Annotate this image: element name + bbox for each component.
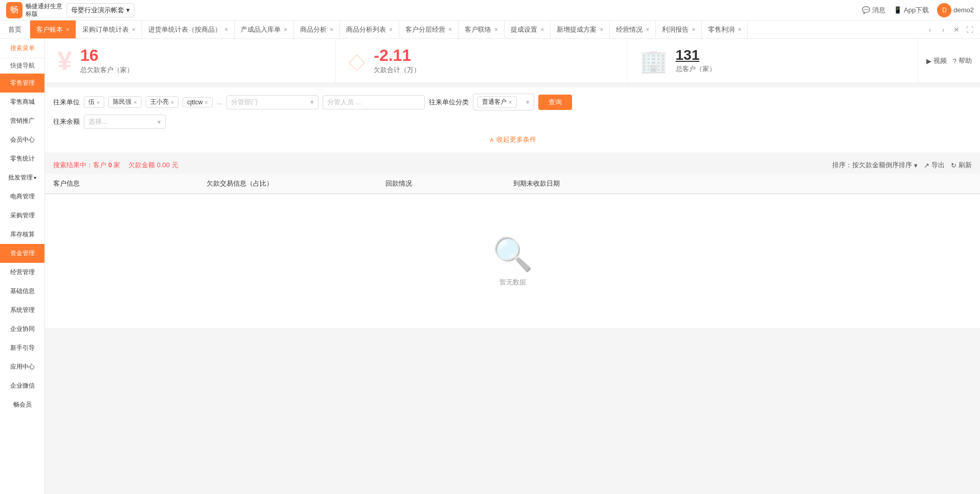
tab-business-situation[interactable]: 经营情况 × bbox=[610, 20, 656, 39]
category-filter-select[interactable]: 普通客户 × ▾ bbox=[473, 94, 534, 110]
close-icon[interactable]: × bbox=[448, 26, 452, 33]
filter-more-tags[interactable]: ... bbox=[217, 98, 222, 106]
tab-fullscreen[interactable]: ⛶ bbox=[964, 24, 976, 36]
tab-label: 客户分层经营 bbox=[405, 25, 445, 34]
app-download-button[interactable]: 📱 App下载 bbox=[894, 6, 929, 15]
tab-label: 提成设置 bbox=[511, 25, 537, 34]
close-icon[interactable]: × bbox=[738, 26, 741, 33]
close-icon[interactable]: × bbox=[540, 26, 544, 33]
workspace-selector[interactable]: 母婴行业演示帐套 ▾ bbox=[66, 3, 134, 17]
close-icon[interactable]: × bbox=[284, 26, 287, 33]
sidebar-item-purchase-mgmt[interactable]: 采购管理 bbox=[0, 206, 44, 225]
close-icon[interactable]: × bbox=[692, 26, 695, 33]
tab-purchase-stats-by-product[interactable]: 进货单统计表（按商品） × bbox=[142, 20, 235, 39]
remove-tag-wangxiaoliang[interactable]: × bbox=[171, 99, 174, 105]
tab-profit-report[interactable]: 利润报告 × bbox=[656, 20, 702, 39]
sidebar-item-finance-mgmt[interactable]: 资金管理 bbox=[0, 244, 44, 263]
remove-tag-cjttcw[interactable]: × bbox=[204, 99, 208, 105]
sidebar-item-operations-mgmt[interactable]: 经营管理 bbox=[0, 263, 44, 282]
close-icon[interactable]: × bbox=[66, 26, 70, 33]
filter-tag-wu: 伍 × bbox=[84, 96, 104, 108]
sidebar-item-retail-stats[interactable]: 零售统计 bbox=[0, 149, 44, 168]
tab-label: 客户联络 bbox=[465, 25, 491, 34]
remove-tag-chenminqiang[interactable]: × bbox=[133, 99, 136, 105]
refresh-button[interactable]: ↻ 刷新 bbox=[951, 161, 972, 170]
tab-home[interactable]: 首页 bbox=[0, 20, 30, 39]
balance-filter-select[interactable]: 选择... ▾ bbox=[84, 115, 166, 129]
dept-filter-select[interactable]: 分管部门 ▾ bbox=[226, 95, 318, 109]
home-tab-label: 首页 bbox=[8, 25, 21, 34]
avatar: D bbox=[937, 3, 951, 17]
close-icon[interactable]: × bbox=[132, 26, 135, 33]
sidebar-item-chang-member[interactable]: 畅会员 bbox=[0, 395, 44, 414]
person-filter-select[interactable]: 分管人员 … bbox=[323, 95, 425, 109]
tab-close-all[interactable]: ✕ bbox=[950, 24, 963, 36]
tab-commission-settings[interactable]: 提成设置 × bbox=[505, 20, 551, 39]
close-icon[interactable]: × bbox=[600, 26, 603, 33]
sidebar-item-system-mgmt[interactable]: 系统管理 bbox=[0, 301, 44, 320]
sort-selector[interactable]: 排序：按欠款金额倒序排序 ▾ bbox=[832, 161, 918, 170]
sidebar-item-retail-mall[interactable]: 零售商城 bbox=[0, 93, 44, 111]
sidebar-item-enterprise-wechat[interactable]: 企业微信 bbox=[0, 376, 44, 395]
stat-label-total-customers: 总客户（家） bbox=[676, 64, 716, 74]
tab-product-analysis[interactable]: 商品分析 × bbox=[294, 20, 340, 39]
close-icon[interactable]: × bbox=[224, 26, 228, 33]
filter-collapse-button[interactable]: ∧ 收起更多条件 bbox=[53, 133, 972, 146]
chevron-down-icon: ▾ bbox=[34, 175, 36, 181]
tab-label: 进货单统计表（按商品） bbox=[148, 25, 221, 34]
sidebar-item-wholesale-mgmt[interactable]: 批发管理 ▾ bbox=[0, 168, 44, 187]
tab-customer-ledger[interactable]: 客户账本 × bbox=[30, 20, 76, 39]
sidebar-item-app-center[interactable]: 应用中心 bbox=[0, 357, 44, 376]
tab-scroll-right[interactable]: › bbox=[937, 24, 949, 36]
empty-text: 暂无数据 bbox=[499, 278, 526, 287]
tab-label: 产成品入库单 bbox=[241, 25, 281, 34]
video-help-button[interactable]: ▶ 视频 bbox=[926, 56, 947, 65]
sidebar-item-inventory[interactable]: 库存核算 bbox=[0, 225, 44, 244]
stat-debt-amount: ◇ -2.11 欠款合计（万） bbox=[336, 39, 627, 83]
message-button[interactable]: 💬 消息 bbox=[862, 6, 885, 15]
tab-customer-layered[interactable]: 客户分层经营 × bbox=[399, 20, 459, 39]
tab-retail-profit[interactable]: 零售利润 × bbox=[702, 20, 748, 39]
remove-category-tag[interactable]: × bbox=[509, 99, 512, 106]
sidebar-item-basic-info[interactable]: 基础信息 bbox=[0, 282, 44, 301]
close-icon[interactable]: × bbox=[494, 26, 498, 33]
close-icon[interactable]: × bbox=[646, 26, 649, 33]
tab-customer-contact[interactable]: 客户联络 × bbox=[459, 20, 505, 39]
help-button[interactable]: ? 帮助 bbox=[953, 56, 972, 65]
sidebar-item-member-center[interactable]: 会员中心 bbox=[0, 130, 44, 149]
sidebar-search[interactable]: 搜索菜单 bbox=[0, 39, 44, 58]
user-menu[interactable]: D demo2 bbox=[937, 3, 974, 17]
tab-label: 商品分析 bbox=[300, 25, 327, 34]
stat-label-debt-customers: 总欠款客户（家） bbox=[80, 65, 133, 75]
top-bar-left: 畅 畅捷通好生意 标版 母婴行业演示帐套 ▾ bbox=[6, 2, 134, 18]
close-icon[interactable]: × bbox=[389, 26, 393, 33]
tab-finished-goods[interactable]: 产成品入库单 × bbox=[235, 20, 294, 39]
chevron-down-icon: ▾ bbox=[310, 98, 314, 106]
stat-info-debt-customers: 16 总欠款客户（家） bbox=[80, 47, 133, 75]
sidebar-item-enterprise-collab[interactable]: 企业协同 bbox=[0, 320, 44, 339]
tab-purchase-order-stats[interactable]: 采购订单统计表 × bbox=[76, 20, 142, 39]
empty-state: 🔍 暂无数据 bbox=[45, 194, 980, 328]
tab-product-analysis-list[interactable]: 商品分析列表 × bbox=[340, 20, 399, 39]
sidebar-item-retail-mgmt[interactable]: 零售管理 bbox=[0, 74, 44, 93]
filter-tag-wangxiaoliang: 王小亮 × bbox=[146, 96, 178, 108]
tab-new-commission[interactable]: 新增提成方案 × bbox=[551, 20, 610, 39]
tab-label: 经营情况 bbox=[616, 25, 643, 34]
chevron-down-icon: ▾ bbox=[914, 162, 918, 169]
filter-row-2: 往来余额 选择... ▾ bbox=[53, 115, 972, 129]
help-buttons: ▶ 视频 ? 帮助 bbox=[918, 39, 980, 83]
sidebar-item-marketing[interactable]: 营销推广 bbox=[0, 111, 44, 130]
query-button[interactable]: 查询 bbox=[538, 95, 572, 110]
sidebar-quick-nav[interactable]: 快捷导航 bbox=[0, 58, 44, 74]
chevron-down-icon: ▾ bbox=[526, 98, 530, 106]
close-icon[interactable]: × bbox=[330, 26, 333, 33]
sidebar-item-ecommerce-mgmt[interactable]: 电商管理 bbox=[0, 187, 44, 206]
chevron-up-icon: ∧ bbox=[489, 136, 494, 144]
stat-value-debt-amount: -2.11 bbox=[374, 47, 420, 63]
table-header: 客户信息 欠款交易信息（占比） 回款情况 到期未收款日期 bbox=[45, 174, 980, 194]
sidebar-item-new-guide[interactable]: 新手引导 bbox=[0, 339, 44, 357]
remove-tag-wu[interactable]: × bbox=[97, 99, 100, 105]
export-button[interactable]: ↗ 导出 bbox=[924, 161, 945, 170]
tab-scroll-left[interactable]: ‹ bbox=[924, 24, 936, 36]
filter-row-1: 往来单位 伍 × 陈民强 × 王小亮 × cjttcw × ... bbox=[53, 94, 972, 110]
